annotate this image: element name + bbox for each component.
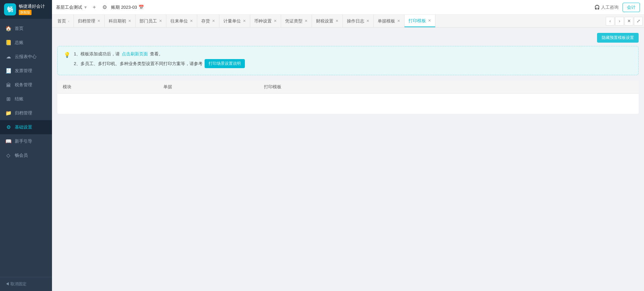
logo-text: 畅捷通好会计 — [19, 4, 45, 9]
tab-partners[interactable]: 往来单位 ✕ — [166, 15, 197, 27]
period-label: 账期 — [111, 4, 120, 10]
tab-scroll-left[interactable]: ‹ — [606, 17, 614, 26]
table-header: 模块 单据 打印模板 — [57, 81, 639, 94]
tab-label: 财税设置 — [316, 18, 333, 24]
tab-home-arrow: ‹ — [68, 19, 69, 23]
sidebar-item-label: 总账 — [15, 40, 23, 46]
sidebar: 畅 畅捷通好会计 旗舰版 🏠 首页 📒 总账 ☁ 云报表中心 🧾 发票管理 🏛 … — [0, 0, 52, 291]
guide-icon: 📖 — [5, 138, 11, 144]
sidebar-item-tax[interactable]: 🏛 税务管理 — [0, 78, 52, 92]
settings-icon: ⚙ — [5, 124, 11, 130]
tab-receipt[interactable]: 单据模板 ✕ — [374, 15, 405, 27]
tab-close-all[interactable]: ✕ — [625, 17, 633, 26]
tab-scroll-right[interactable]: › — [615, 17, 624, 26]
sidebar-unpin[interactable]: ◀ 取消固定 — [0, 277, 52, 291]
sidebar-item-label: 归档管理 — [15, 110, 32, 116]
tabbar-controls: ‹ › ✕ ⤢ — [606, 17, 643, 26]
sidebar-item-reports[interactable]: ☁ 云报表中心 — [0, 50, 52, 64]
accountant-button[interactable]: 会计 — [623, 3, 640, 12]
lightbulb-icon: 💡 — [64, 52, 70, 58]
company-selector[interactable]: 基层工会测试 ▼ — [56, 4, 88, 10]
col-header-module: 模块 — [57, 81, 158, 93]
tab-close-icon[interactable]: ✕ — [190, 19, 193, 23]
sidebar-item-label: 云报表中心 — [15, 54, 37, 60]
sidebar-item-home[interactable]: 🏠 首页 — [0, 21, 52, 36]
support-label: 人工咨询 — [601, 4, 619, 10]
tab-currency[interactable]: 币种设置 ✕ — [250, 15, 281, 27]
hide-template-row: 隐藏预置模板设置 — [57, 33, 639, 43]
period-display: 账期 2023-03 📅 — [111, 4, 144, 10]
tab-label: 科目期初 — [109, 18, 126, 24]
tab-measure[interactable]: 计量单位 ✕ — [219, 15, 250, 27]
tab-close-icon[interactable]: ✕ — [274, 19, 277, 23]
company-dropdown-icon: ▼ — [84, 5, 88, 10]
col-header-receipt: 单据 — [158, 81, 259, 93]
tab-label: 往来单位 — [170, 18, 188, 24]
col-header-template: 打印模板 — [259, 81, 639, 93]
tab-label: 首页 — [57, 18, 66, 24]
sidebar-item-label: 发票管理 — [15, 68, 32, 74]
tab-close-icon[interactable]: ✕ — [397, 19, 400, 23]
tab-label: 打印模板 — [409, 18, 426, 24]
tab-label: 币种设置 — [254, 18, 272, 24]
sidebar-item-archive[interactable]: 📁 归档管理 — [0, 106, 52, 120]
tab-close-icon[interactable]: ✕ — [335, 19, 338, 23]
info-line-1: 1、模板添加成功后，请点击刷新页面查看。 — [74, 51, 632, 57]
tab-home[interactable]: 首页 ‹ — [53, 15, 74, 27]
tab-print[interactable]: 打印模板 ✕ — [405, 15, 435, 27]
topbar: 基层工会测试 ▼ ＋ ⚙ 账期 2023-03 📅 🎧 人工咨询 会计 — [52, 0, 644, 15]
sidebar-item-close[interactable]: ⊞ 结账 — [0, 92, 52, 106]
sidebar-item-guide[interactable]: 📖 新手引导 — [0, 134, 52, 148]
tab-voucher[interactable]: 凭证类型 ✕ — [281, 15, 312, 27]
tab-department[interactable]: 部门员工 ✕ — [136, 15, 166, 27]
tab-close-icon[interactable]: ✕ — [128, 19, 131, 23]
close-period-icon: ⊞ — [5, 96, 11, 102]
sidebar-item-member[interactable]: ◇ 畅会员 — [0, 148, 52, 162]
main-area: 基层工会测试 ▼ ＋ ⚙ 账期 2023-03 📅 🎧 人工咨询 会计 首页 ‹… — [52, 0, 644, 291]
calendar-icon[interactable]: 📅 — [139, 5, 144, 10]
cloud-icon: ☁ — [5, 54, 11, 60]
info-line2-before: 2、多员工、多打印机、多种业务类型设置不同打印方案等，请参考 — [74, 61, 203, 67]
tax-icon: 🏛 — [5, 82, 11, 88]
hide-template-button[interactable]: 隐藏预置模板设置 — [597, 33, 639, 43]
tab-expand[interactable]: ⤢ — [634, 17, 643, 26]
tab-close-icon[interactable]: ✕ — [243, 19, 246, 23]
sidebar-item-ledger[interactable]: 📒 总账 — [0, 36, 52, 50]
support-button[interactable]: 🎧 人工咨询 — [594, 4, 619, 10]
tab-oplog[interactable]: 操作日志 ✕ — [343, 15, 374, 27]
tab-subjects[interactable]: 科目期初 ✕ — [105, 15, 136, 27]
tab-close-icon[interactable]: ✕ — [159, 19, 162, 23]
sidebar-item-settings[interactable]: ⚙ 基础设置 — [0, 120, 52, 134]
tab-close-icon[interactable]: ✕ — [305, 19, 308, 23]
home-icon: 🏠 — [5, 26, 11, 32]
refresh-link[interactable]: 点击刷新页面 — [122, 51, 148, 57]
company-name: 基层工会测试 — [56, 4, 82, 10]
tab-label: 存货 — [201, 18, 210, 24]
tab-inventory[interactable]: 存货 ✕ — [197, 15, 219, 27]
period-value: 2023-03 — [121, 5, 137, 10]
content-area: 隐藏预置模板设置 💡 1、模板添加成功后，请点击刷新页面查看。 2、多员工、多打… — [52, 28, 644, 291]
topbar-settings-icon[interactable]: ⚙ — [101, 4, 108, 10]
invoice-icon: 🧾 — [5, 68, 11, 74]
tab-close-icon[interactable]: ✕ — [97, 19, 100, 23]
table-body — [57, 94, 639, 114]
tab-close-icon[interactable]: ✕ — [428, 18, 431, 23]
headset-icon: 🎧 — [594, 5, 600, 10]
unpin-label: ◀ 取消固定 — [5, 281, 26, 287]
tab-close-icon[interactable]: ✕ — [366, 19, 369, 23]
sidebar-item-label: 结账 — [15, 96, 23, 102]
logo-icon: 畅 — [4, 3, 16, 15]
tab-label: 部门员工 — [140, 18, 157, 24]
sidebar-item-label: 税务管理 — [15, 82, 32, 88]
tab-close-icon[interactable]: ✕ — [212, 19, 215, 23]
explain-button[interactable]: 打印场景设置说明 — [205, 59, 245, 68]
tab-fixtax[interactable]: 财税设置 ✕ — [312, 15, 343, 27]
topbar-right: 🎧 人工咨询 会计 — [594, 3, 640, 12]
add-tab-button[interactable]: ＋ — [90, 4, 98, 11]
tab-label: 归档管理 — [78, 18, 95, 24]
info-line1-before: 1、模板添加成功后，请 — [74, 51, 120, 57]
sidebar-item-invoice[interactable]: 🧾 发票管理 — [0, 64, 52, 78]
tab-label: 计量单位 — [223, 18, 241, 24]
tab-archive[interactable]: 归档管理 ✕ — [74, 15, 105, 27]
member-icon: ◇ — [5, 152, 11, 158]
